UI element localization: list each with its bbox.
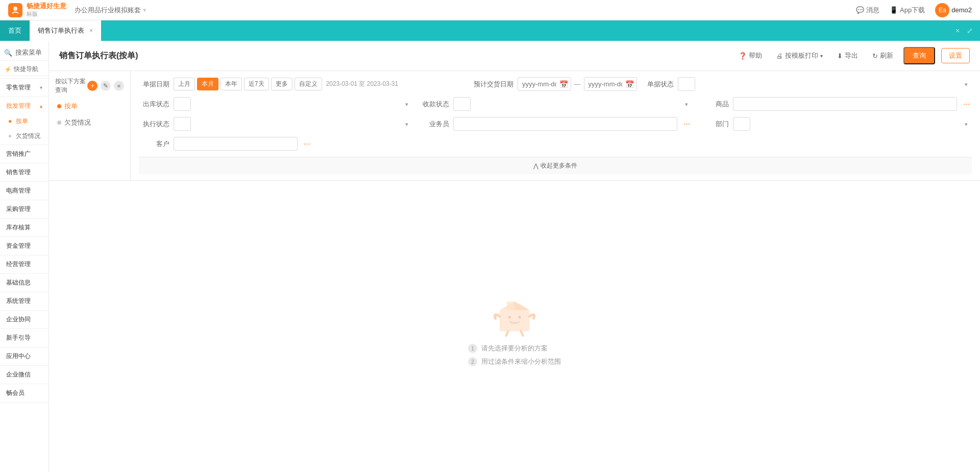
sidebar-item-operation-group: 经营管理: [0, 255, 48, 274]
calendar-start-icon[interactable]: 📅: [559, 80, 568, 88]
sidebar-top-section: 🔍 搜索菜单 ⚡ 快捷导航: [0, 45, 48, 79]
out-status-select[interactable]: [174, 97, 191, 111]
tab-home[interactable]: 首页: [0, 20, 30, 41]
sidebar-item-sales[interactable]: 销售管理: [0, 164, 48, 180]
chevron-down-icon: ▴: [40, 103, 42, 109]
sidebar-item-purchase[interactable]: 采购管理: [0, 201, 48, 217]
dept-label: 部门: [698, 120, 729, 129]
collapse-scheme-button[interactable]: «: [114, 81, 124, 91]
filter-option-byorder[interactable]: 按单: [53, 99, 126, 114]
edit-scheme-button[interactable]: ✎: [101, 81, 111, 91]
sidebar-item-appcenter-group: 应用中心: [0, 347, 48, 366]
salesman-more-icon[interactable]: ···: [681, 120, 692, 129]
sidebar-item-purchase-label: 采购管理: [6, 205, 31, 214]
sidebar-sub-item-byorder[interactable]: ● 按单: [0, 114, 48, 129]
exec-status-select[interactable]: [174, 117, 191, 131]
breadcrumb-chevron-icon[interactable]: ▾: [143, 6, 146, 14]
export-icon: ⬇: [837, 52, 843, 60]
step-2-label: 用过滤条件来缩小分析范围: [481, 357, 561, 366]
sidebar-item-operation[interactable]: 经营管理: [0, 256, 48, 272]
goods-input[interactable]: [733, 97, 957, 111]
sidebar-item-system[interactable]: 系统管理: [0, 293, 48, 309]
last7days-button[interactable]: 近7天: [244, 78, 269, 90]
filter-option-arrears-label: 欠货情况: [64, 118, 91, 127]
more-dates-button[interactable]: 更多: [271, 78, 292, 90]
help-label: 帮助: [749, 51, 762, 60]
svg-rect-1: [500, 310, 529, 332]
user-area[interactable]: Ea demo2: [935, 3, 972, 17]
window-maximize-button[interactable]: ⤢: [966, 27, 974, 35]
mobile-icon: 📱: [890, 6, 898, 14]
sidebar-item-marketing[interactable]: 营销推广: [0, 146, 48, 162]
sidebar-sub-item-byorder-label: 按单: [16, 117, 28, 125]
tab-close-icon[interactable]: ×: [89, 27, 93, 34]
query-label: 查询: [913, 51, 926, 60]
sidebar-item-basic[interactable]: 基础信息: [0, 275, 48, 291]
refresh-button[interactable]: ↻ 刷新: [868, 49, 897, 62]
customer-more-icon[interactable]: ···: [302, 139, 312, 149]
sidebar-item-retail[interactable]: 零售管理 ▾: [0, 80, 48, 96]
sidebar-item-finance[interactable]: 资金管理: [0, 238, 48, 254]
filter-group-execstatus: 执行状态: [139, 117, 412, 131]
sidebar: 🔍 搜索菜单 ⚡ 快捷导航 零售管理 ▾ 批发管理 ▴ ● 按单: [0, 41, 49, 472]
window-close-button[interactable]: ×: [953, 27, 962, 35]
sidebar-item-enterprise[interactable]: 企业协同: [0, 312, 48, 327]
sidebar-item-enterprise-label: 企业协同: [6, 315, 31, 324]
user-name: demo2: [951, 6, 972, 14]
sidebar-item-inventory[interactable]: 库存核算: [0, 220, 48, 235]
svg-marker-4: [507, 301, 514, 310]
calendar-end-icon[interactable]: 📅: [625, 80, 634, 88]
sidebar-item-appcenter[interactable]: 应用中心: [0, 348, 48, 364]
sidebar-sub-item-arrears[interactable]: ● 欠货情况: [0, 129, 48, 144]
sidebar-search[interactable]: 🔍 搜索菜单: [0, 45, 48, 61]
sidebar-item-wechat[interactable]: 企业微信: [0, 367, 48, 383]
custom-date-button[interactable]: 自定义: [295, 78, 322, 90]
sidebar-item-finance-group: 资金管理: [0, 237, 48, 255]
sidebar-item-member-label: 畅会员: [6, 389, 24, 397]
sidebar-item-operation-label: 经营管理: [6, 260, 31, 269]
export-button[interactable]: ⬇ 导出: [833, 49, 862, 62]
sidebar-item-ecommerce[interactable]: 电商管理: [0, 183, 48, 199]
this-year-button[interactable]: 本年: [220, 78, 242, 90]
salesman-input[interactable]: [453, 117, 677, 131]
doc-status-select[interactable]: [678, 77, 695, 91]
print-button[interactable]: 🖨 按模板打印 ▾: [772, 49, 827, 62]
help-icon: ❓: [739, 52, 747, 60]
filter-group-outstatus: 出库状态: [139, 97, 412, 111]
customer-input[interactable]: [174, 137, 298, 151]
collapse-button[interactable]: ⋀ 收起更多条件: [139, 157, 972, 174]
filter-left-icons: + ✎ «: [87, 81, 124, 91]
filter-left-panel: 按以下方案查询 + ✎ « 按单: [49, 71, 131, 180]
sidebar-item-sales-label: 销售管理: [6, 168, 31, 177]
help-button[interactable]: ❓ 帮助: [734, 49, 766, 62]
sidebar-item-member[interactable]: 畅会员: [0, 385, 48, 401]
filter-group-goods: 商品 ···: [698, 97, 972, 111]
tab-sales-execution[interactable]: 销售订单执行表 ×: [30, 20, 101, 41]
filter-group-customer: 客户 ···: [139, 137, 312, 151]
sidebar-item-newuser[interactable]: 新手引导: [0, 330, 48, 346]
doc-status-label: 单据状态: [643, 80, 674, 89]
doc-status-select-wrapper: [678, 77, 972, 91]
tab-home-label: 首页: [8, 26, 21, 35]
filter-option-arrears[interactable]: 欠货情况: [53, 115, 126, 130]
sidebar-item-wechat-group: 企业微信: [0, 366, 48, 384]
message-button[interactable]: 💬 消息: [856, 6, 879, 15]
add-scheme-button[interactable]: +: [87, 81, 97, 91]
last-month-button[interactable]: 上月: [174, 78, 195, 90]
collapse-icon: «: [117, 82, 121, 89]
app-download-button[interactable]: 📱 App下载: [890, 6, 925, 15]
dept-select[interactable]: [733, 117, 750, 131]
this-month-button[interactable]: 本月: [197, 78, 218, 90]
sidebar-item-wholesale[interactable]: 批发管理 ▴: [0, 98, 48, 114]
collect-status-select[interactable]: [453, 97, 471, 111]
settings-button[interactable]: 设置: [941, 48, 970, 63]
option-dot-active-icon: [57, 104, 61, 108]
nav-tabs: 首页 销售订单执行表 × × ⤢: [0, 20, 980, 41]
date-quick-btns: 上月 本月 本年 近7天 更多 自定义: [174, 78, 322, 90]
goods-more-icon[interactable]: ···: [961, 100, 972, 109]
sidebar-quick-nav[interactable]: ⚡ 快捷导航: [0, 63, 48, 76]
sidebar-item-basic-label: 基础信息: [6, 278, 31, 287]
out-status-label: 出库状态: [139, 100, 169, 109]
chevron-right-icon: ▾: [40, 85, 42, 90]
query-button[interactable]: 查询: [903, 47, 935, 64]
